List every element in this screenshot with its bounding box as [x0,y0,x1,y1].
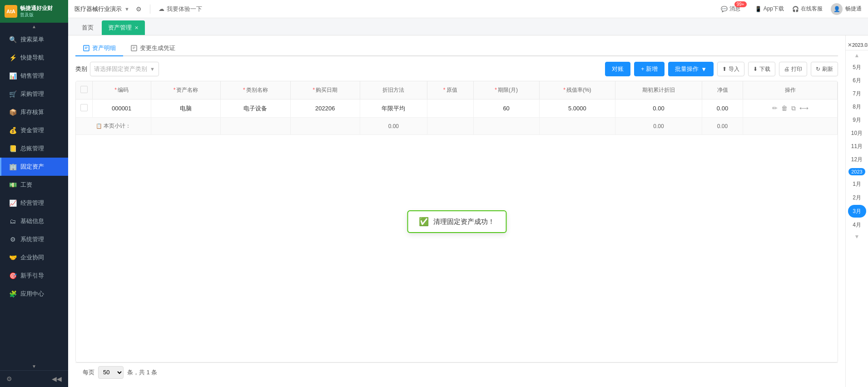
sidebar-item-label: 总账管理 [20,144,44,153]
scroll-down-arrow[interactable]: ▼ [854,232,860,242]
pagination-bar: 每页 50 100 条，共 1 条 [75,362,838,382]
experience-icon: ☁ [159,5,164,12]
sidebar-item-collab[interactable]: 🤝 企业协同 [0,248,68,267]
sidebar-scroll-down[interactable]: ▼ [0,362,68,370]
subtotal-action-cell [743,118,838,135]
month-item-1[interactable]: 1月 [848,178,866,190]
month-item-11[interactable]: 11月 [848,140,866,153]
download-icon: 📱 [755,6,762,12]
toolbar: 类别 请选择固定资产类别 ▼ 对账 + 新增 批量操 [75,62,838,76]
sidebar-item-purchase[interactable]: 🛒 采购管理 [0,85,68,103]
sidebar: AtA 畅捷通好业财 普及版 ▲ 🔍 搜索菜单 ⚡ 快捷导航 📊 销售管理 🛒 … [0,0,68,387]
collab-icon: 🤝 [9,253,17,262]
tab-assets-mgmt[interactable]: 资产管理 ✕ [102,20,145,35]
tab-home[interactable]: 首页 [75,20,100,35]
sub-tab-change-voucher-label: 变更生成凭证 [140,44,175,52]
sidebar-item-inventory[interactable]: 📦 库存核算 [0,103,68,121]
service-button[interactable]: 🎧 在线客服 [792,5,823,13]
experience-button[interactable]: ☁ 我要体验一下 [159,5,202,13]
month-item-7[interactable]: 7月 [848,87,866,100]
sidebar-item-payroll[interactable]: 💵 工资 [0,176,68,194]
batch-button[interactable]: 批量操作 ▼ [668,62,714,76]
guide-icon: 🎯 [9,272,17,280]
collapse-icon[interactable]: ◀◀ [52,375,62,382]
new-button[interactable]: + 新增 [634,62,665,76]
right-panel: ✕ 2023.03 ⤢ ▲ 5月 6月 7月 8月 9月 10月 11月 12月… [845,35,868,387]
experience-label: 我要体验一下 [167,5,202,13]
batch-label: 批量操作 [675,65,699,73]
sidebar-item-assets[interactable]: 🏢 固定资产 [0,158,68,176]
refresh-button[interactable]: ↻ 刷新 [811,62,838,76]
td-action: ✏ 🗑 ⧉ ⟷ [743,99,838,118]
month-item-3-current[interactable]: 3月 [848,205,866,218]
sidebar-item-label: 经营管理 [20,199,44,207]
import-button[interactable]: ⬆ 导入 [717,62,744,76]
download-button[interactable]: ⬇ 下载 [748,62,775,76]
toast-check-icon: ✅ [419,217,429,227]
company-selector[interactable]: 医疗器械行业演示 ▼ [74,5,129,13]
month-item-6[interactable]: 6月 [848,74,866,87]
app-download-button[interactable]: 📱 App下载 [755,5,784,13]
th-purchase-date: *购买日期 [290,81,360,99]
category-filter-arrow-icon: ▼ [150,66,155,72]
toolbar-left: 类别 请选择固定资产类别 ▼ [75,62,159,76]
month-item-8[interactable]: 8月 [848,100,866,113]
category-filter-select[interactable]: 请选择固定资产类别 ▼ [90,62,159,76]
sidebar-item-label: 快捷导航 [20,54,44,62]
header-checkbox[interactable] [80,86,88,93]
edit-icon[interactable]: ✏ [772,104,778,112]
sidebar-item-apps[interactable]: 🧩 应用中心 [0,285,68,303]
subtotal-original-cell [427,118,473,135]
month-item-2[interactable]: 2月 [848,191,866,204]
month-item-12[interactable]: 12月 [848,153,866,166]
sidebar-item-label: 系统管理 [20,235,44,243]
month-item-9[interactable]: 9月 [848,114,866,126]
sidebar-item-search[interactable]: 🔍 搜索菜单 [0,30,68,49]
action-icons: ✏ 🗑 ⧉ ⟷ [747,104,833,112]
th-net-value: 净值 [702,81,743,99]
th-code: *编码 [92,81,151,99]
sidebar-item-funds[interactable]: 💰 资金管理 [0,121,68,139]
per-page-select[interactable]: 50 100 [98,366,124,379]
table-container: *编码 *资产名称 *类别名称 *购买日期 折旧方法 *原值 *期限(月) *残… [75,81,838,362]
user-menu[interactable]: 👤 畅捷通 [831,3,862,15]
month-item-4[interactable]: 4月 [848,218,866,231]
sidebar-item-operations[interactable]: 📈 经营管理 [0,194,68,212]
copy-icon[interactable]: ⧉ [791,104,796,112]
sidebar-item-quick[interactable]: ⚡ 快捷导航 [0,49,68,67]
row-checkbox[interactable] [80,104,88,111]
content-area: 资产明细 变更生成凭证 类别 请选择固定资产类别 ▼ [68,35,868,387]
sidebar-scroll-up[interactable]: ▲ [0,23,68,30]
month-item-5[interactable]: 5月 [848,61,866,74]
sidebar-item-sales[interactable]: 📊 销售管理 [0,67,68,85]
sidebar-item-base[interactable]: 🗂 基础信息 [0,212,68,230]
sidebar-item-system[interactable]: ⚙ 系统管理 [0,230,68,248]
table-row: 000001 电脑 电子设备 202206 年限平均 60 5.0000 0.0… [76,99,838,118]
account-button[interactable]: 对账 [605,62,630,76]
message-button[interactable]: 💬 消息 99+ [721,5,740,13]
tab-close-icon[interactable]: ✕ [134,25,139,31]
service-label: 在线客服 [801,5,823,13]
settings-icon[interactable]: ⚙ [6,375,12,382]
base-icon: 🗂 [9,217,17,225]
subtotal-residual-cell [539,118,615,135]
purchase-icon: 🛒 [9,90,17,98]
more-icon[interactable]: ⟷ [799,104,808,112]
right-panel-close-icon[interactable]: ✕ [848,42,852,48]
print-button[interactable]: 🖨 打印 [779,62,807,76]
sub-tab-change-voucher[interactable]: 变更生成凭证 [123,41,183,56]
delete-icon[interactable]: 🗑 [781,104,788,112]
month-item-10[interactable]: 10月 [848,127,866,139]
category-filter-value: 请选择固定资产类别 [94,65,147,73]
sidebar-item-ledger[interactable]: 📒 总账管理 [0,139,68,158]
scroll-up-arrow[interactable]: ▲ [854,50,860,60]
payroll-icon: 💵 [9,181,17,189]
th-original-value: *原值 [427,81,473,99]
sidebar-nav: 🔍 搜索菜单 ⚡ 快捷导航 📊 销售管理 🛒 采购管理 📦 库存核算 💰 资金管… [0,30,68,362]
right-panel-header: ✕ 2023.03 ⤢ [846,40,868,50]
download-label2: 下载 [759,65,770,73]
settings-gear-icon[interactable]: ⚙ [136,5,142,13]
sub-tab-asset-detail[interactable]: 资产明细 [75,41,123,56]
company-name: 医疗器械行业演示 [74,5,122,13]
sidebar-item-guide[interactable]: 🎯 新手引导 [0,267,68,285]
